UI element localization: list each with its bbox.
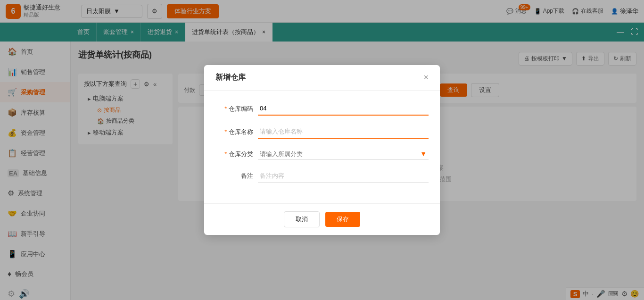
name-label: 仓库名称 bbox=[215, 128, 253, 136]
category-input[interactable] bbox=[260, 150, 420, 158]
form-row-code: 仓库编码 bbox=[215, 102, 429, 116]
modal-overlay: 新增仓库 × 仓库编码 仓库名称 仓库分类 ▼ bbox=[0, 0, 644, 300]
modal-title: 新增仓库 bbox=[215, 73, 246, 83]
form-row-remark: 备注 bbox=[215, 169, 429, 183]
new-warehouse-modal: 新增仓库 × 仓库编码 仓库名称 仓库分类 ▼ bbox=[204, 65, 440, 235]
form-row-category: 仓库分类 ▼ bbox=[215, 148, 429, 160]
category-select-wrapper: ▼ bbox=[258, 148, 429, 160]
remark-label: 备注 bbox=[215, 172, 253, 180]
form-row-name: 仓库名称 bbox=[215, 125, 429, 139]
remark-input[interactable] bbox=[258, 169, 429, 183]
code-input[interactable] bbox=[258, 102, 429, 116]
code-label: 仓库编码 bbox=[215, 105, 253, 113]
modal-footer: 取消 保存 bbox=[204, 203, 440, 235]
save-button[interactable]: 保存 bbox=[325, 212, 360, 227]
modal-header: 新增仓库 × bbox=[204, 65, 440, 91]
category-arrow-icon: ▼ bbox=[420, 150, 427, 158]
name-input[interactable] bbox=[258, 125, 429, 139]
modal-close-btn[interactable]: × bbox=[423, 73, 429, 83]
modal-body: 仓库编码 仓库名称 仓库分类 ▼ 备注 bbox=[204, 91, 440, 203]
cancel-button[interactable]: 取消 bbox=[284, 211, 320, 227]
category-label: 仓库分类 bbox=[215, 150, 253, 158]
